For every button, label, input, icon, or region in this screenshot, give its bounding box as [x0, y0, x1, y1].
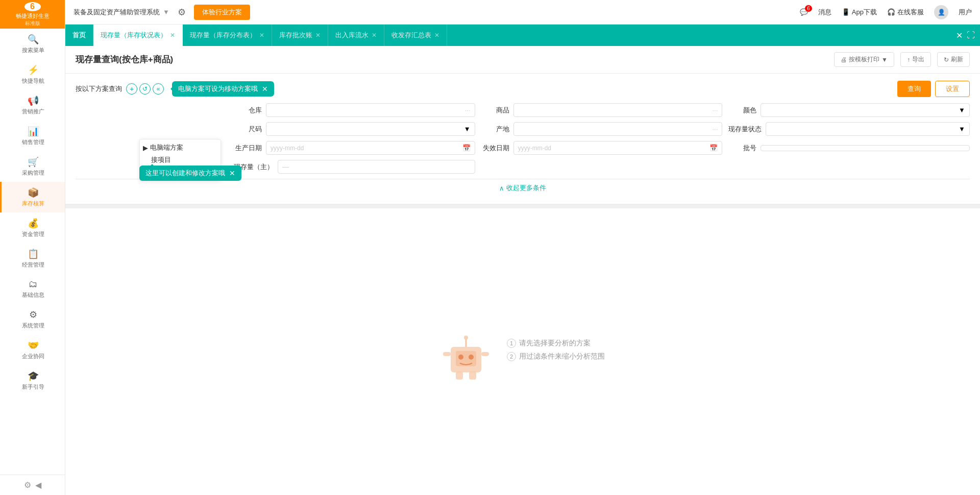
- schema-group-pc[interactable]: ▶ 电脑端方案: [140, 142, 220, 154]
- app-download-item[interactable]: 📱 App下载: [842, 8, 877, 17]
- warehouse-field: 仓库 ···: [234, 103, 475, 117]
- tooltip-close-1[interactable]: ✕: [262, 85, 268, 93]
- sidebar-item-operations[interactable]: 📋 经营管理: [0, 243, 65, 274]
- tab-inventory-status[interactable]: 现存量（库存状况表） ✕: [93, 25, 183, 46]
- collapse-bar[interactable]: ∧ 收起更多条件: [76, 179, 970, 197]
- tooltip-bubble-1[interactable]: 电脑方案可设为移动方案哦 ✕: [172, 81, 274, 97]
- origin-select[interactable]: ···: [513, 122, 723, 136]
- online-service-item[interactable]: 🎧 在线客服: [887, 8, 924, 17]
- size-arrow: ▼: [464, 125, 471, 133]
- quick-nav-icon: ⚡: [28, 64, 39, 76]
- batch-input[interactable]: [761, 145, 970, 151]
- sidebar-item-guide[interactable]: 🎓 新手引导: [0, 365, 65, 396]
- filter-area: 按以下方案查询 + ↺ « 电脑方案可设为移动方案哦 ✕ 查询 设置: [65, 74, 980, 204]
- sidebar-item-marketing[interactable]: 📢 营销推广: [0, 90, 65, 121]
- sidebar-item-quick-nav[interactable]: ⚡ 快捷导航: [0, 59, 65, 90]
- size-select[interactable]: ▼: [266, 122, 475, 136]
- sidebar-item-finance[interactable]: 💰 资金管理: [0, 213, 65, 243]
- empty-hint-2: 2 用过滤条件来缩小分析范围: [507, 352, 605, 361]
- color-select[interactable]: ▼: [761, 103, 970, 117]
- finance-icon: 💰: [28, 218, 39, 229]
- system-dropdown-icon[interactable]: ▼: [163, 8, 169, 16]
- filter-label: 按以下方案查询: [76, 84, 122, 93]
- export-icon: ↑: [907, 56, 910, 63]
- avatar[interactable]: 👤: [934, 5, 948, 19]
- message-icon-wrapper[interactable]: 💬 6: [800, 8, 808, 16]
- svg-point-5: [464, 336, 468, 340]
- tab-receive-summary[interactable]: 收发存汇总表 ✕: [384, 25, 447, 46]
- sidebar-item-inventory[interactable]: 📦 库存核算: [0, 182, 65, 213]
- sidebar-label: 采购管理: [22, 169, 44, 177]
- tab-close-inventory-dist[interactable]: ✕: [259, 32, 264, 39]
- print-template-button[interactable]: 🖨 按模板打印 ▼: [834, 52, 894, 67]
- basic-info-icon: 🗂: [29, 279, 38, 290]
- sidebar-item-search-menu[interactable]: 🔍 搜索菜单: [0, 29, 65, 59]
- sidebar-item-enterprise[interactable]: 🤝 企业协同: [0, 335, 65, 365]
- refresh-schema-button[interactable]: ↺: [139, 83, 151, 95]
- sidebar-label: 系统管理: [22, 322, 44, 329]
- search-button[interactable]: 查询: [897, 81, 931, 97]
- settings-icon[interactable]: ⚙: [24, 480, 31, 490]
- sidebar-item-purchase[interactable]: 🛒 采购管理: [0, 151, 65, 182]
- sidebar-item-sales[interactable]: 📊 销售管理: [0, 121, 65, 151]
- svg-point-3: [469, 355, 474, 360]
- goods-label: 商品: [481, 106, 509, 115]
- tab-batch-account[interactable]: 库存批次账 ✕: [272, 25, 328, 46]
- tooltip-text-2: 这里可以创建和修改方案哦: [145, 169, 225, 178]
- tab-expand-icon[interactable]: ⛶: [967, 31, 975, 40]
- expire-date-field: 失效日期 yyyy-mm-dd 📅: [481, 141, 723, 155]
- back-schema-button[interactable]: «: [153, 83, 164, 95]
- refresh-icon: ↻: [944, 56, 949, 63]
- schema-expand-pc: ▶: [143, 144, 148, 152]
- reset-button[interactable]: 设置: [935, 81, 970, 97]
- tab-home[interactable]: 首页: [65, 25, 93, 46]
- tab-close-receive-summary[interactable]: ✕: [434, 32, 439, 39]
- refresh-button[interactable]: ↻ 刷新: [937, 52, 970, 67]
- goods-select[interactable]: ···: [513, 103, 723, 117]
- collapse-sidebar-icon[interactable]: ◀: [35, 480, 41, 490]
- tab-close-batch-account[interactable]: ✕: [315, 32, 321, 39]
- tab-receive-summary-label: 收发存汇总表: [391, 31, 431, 40]
- export-button[interactable]: ↑ 导出: [900, 52, 931, 67]
- produce-date-field: 生产日期 yyyy-mm-dd 📅: [234, 141, 475, 155]
- page-title: 现存量查询(按仓库+商品): [76, 54, 173, 65]
- headset-icon: 🎧: [887, 8, 895, 16]
- app-logo: 6 畅捷通好生意 标准版: [0, 0, 65, 29]
- warehouse-select[interactable]: ···: [266, 103, 475, 117]
- search-reset-buttons: 查询 设置: [897, 81, 970, 97]
- tab-close-all-icon[interactable]: ✕: [956, 31, 963, 40]
- stock-placeholder: —: [282, 163, 289, 171]
- search-menu-icon: 🔍: [28, 34, 39, 45]
- sidebar-label: 搜索菜单: [22, 46, 44, 54]
- export-label: 导出: [912, 55, 924, 64]
- add-schema-button[interactable]: +: [126, 83, 137, 95]
- stock-input[interactable]: —: [278, 160, 475, 174]
- empty-content: 1 请先选择要分析的方案 2 用过滤条件来缩小分析范围: [440, 326, 605, 378]
- industry-plan-button[interactable]: 体验行业方案: [194, 5, 250, 20]
- tooltip-bubble-2[interactable]: 这里可以创建和修改方案哦 ✕: [139, 166, 241, 181]
- header-settings-icon[interactable]: ⚙: [178, 7, 186, 18]
- sidebar-item-system[interactable]: ⚙ 系统管理: [0, 304, 65, 335]
- sidebar-label: 基础信息: [22, 291, 44, 299]
- logo-icon: 6: [24, 2, 41, 11]
- tab-inventory-dist-label: 现存量（库存分布表）: [190, 31, 256, 40]
- tab-close-inventory-status[interactable]: ✕: [170, 32, 175, 39]
- marketing-icon: 📢: [28, 95, 39, 106]
- produce-date-input[interactable]: yyyy-mm-dd 📅: [266, 141, 475, 155]
- tab-stock-flow[interactable]: 出入库流水 ✕: [328, 25, 384, 46]
- empty-icon: [440, 326, 492, 378]
- inventory-icon: 📦: [28, 187, 39, 198]
- stock-status-select[interactable]: ▼: [766, 122, 970, 136]
- filter-fields: 仓库 ··· 商品 ··· 颜色: [234, 103, 970, 174]
- main-content: 装备及固定资产辅助管理系统 ▼ ⚙ 体验行业方案 💬 6 消息 📱 App下载 …: [65, 0, 980, 495]
- filter-row-1: 仓库 ··· 商品 ··· 颜色: [234, 103, 970, 117]
- sidebar-item-basic-info[interactable]: 🗂 基础信息: [0, 274, 65, 304]
- stock-status-label: 现存量状态: [728, 125, 762, 134]
- sidebar-label: 库存核算: [22, 200, 44, 207]
- tab-close-stock-flow[interactable]: ✕: [372, 32, 377, 39]
- tooltip-close-2[interactable]: ✕: [229, 169, 235, 177]
- tab-inventory-dist[interactable]: 现存量（库存分布表） ✕: [183, 25, 272, 46]
- empty-text: 1 请先选择要分析的方案 2 用过滤条件来缩小分析范围: [507, 339, 605, 365]
- expire-date-input[interactable]: yyyy-mm-dd 📅: [513, 141, 723, 155]
- message-badge: 6: [805, 5, 812, 12]
